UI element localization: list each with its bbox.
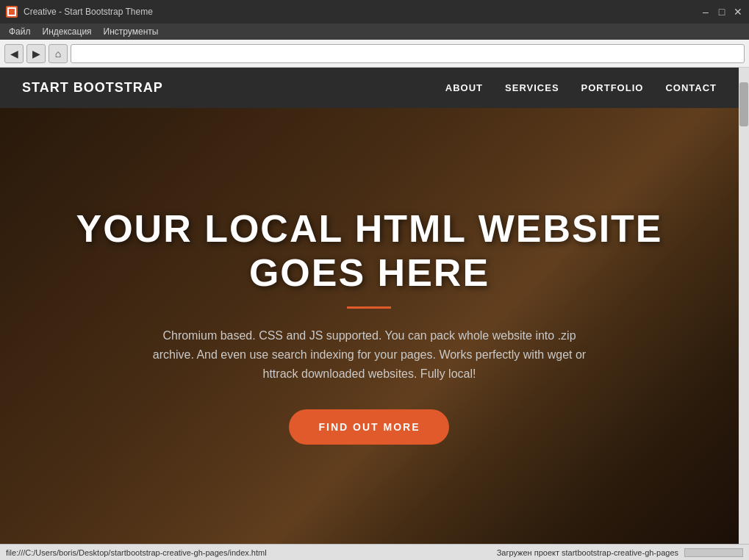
site-brand: START BOOTSTRAP: [22, 80, 445, 96]
hero-divider: [347, 306, 391, 309]
maximize-button[interactable]: □: [717, 7, 727, 17]
hero-section: YOUR LOCAL HTML WEBSITE GOES HERE Chromi…: [0, 108, 739, 544]
scrollbar[interactable]: [739, 68, 749, 544]
menu-tools[interactable]: Инструменты: [98, 25, 165, 38]
site-nav-links: ABOUT SERVICES PORTFOLIO CONTACT: [445, 82, 717, 93]
toolbar: ◀ ▶ ⌂: [0, 40, 749, 68]
forward-button[interactable]: ▶: [26, 44, 46, 63]
menu-file[interactable]: Файл: [3, 25, 37, 38]
status-url: file:///C:/Users/boris/Desktop/startboot…: [6, 548, 497, 557]
back-button[interactable]: ◀: [4, 44, 24, 63]
nav-portfolio[interactable]: PORTFOLIO: [581, 82, 644, 93]
status-bar: file:///C:/Users/boris/Desktop/startboot…: [0, 544, 749, 560]
menu-indexing[interactable]: Индексация: [37, 25, 98, 38]
window-titlebar: Creative - Start Bootstrap Theme – □ ✕: [0, 0, 749, 24]
status-progress-bar: [684, 548, 743, 557]
nav-services[interactable]: SERVICES: [505, 82, 559, 93]
home-button[interactable]: ⌂: [49, 44, 68, 63]
site-navbar: START BOOTSTRAP ABOUT SERVICES PORTFOLIO…: [0, 68, 739, 108]
window-title: Creative - Start Bootstrap Theme: [24, 7, 700, 17]
window-controls: – □ ✕: [700, 7, 743, 17]
address-bar[interactable]: [71, 44, 745, 63]
close-button[interactable]: ✕: [733, 7, 743, 17]
hero-title-line1: YOUR LOCAL HTML WEBSITE: [76, 207, 662, 250]
cta-button[interactable]: FIND OUT MORE: [289, 409, 449, 445]
browser-icon: [6, 6, 18, 18]
webpage: START BOOTSTRAP ABOUT SERVICES PORTFOLIO…: [0, 68, 739, 544]
hero-subtitle: Chromium based. CSS and JS supported. Yo…: [141, 326, 597, 383]
scrollbar-thumb[interactable]: [739, 82, 748, 126]
hero-title: YOUR LOCAL HTML WEBSITE GOES HERE: [76, 207, 662, 295]
nav-contact[interactable]: CONTACT: [665, 82, 717, 93]
hero-content: YOUR LOCAL HTML WEBSITE GOES HERE Chromi…: [76, 207, 662, 445]
nav-about[interactable]: ABOUT: [445, 82, 483, 93]
hero-title-line2: GOES HERE: [249, 251, 490, 294]
browser-content: START BOOTSTRAP ABOUT SERVICES PORTFOLIO…: [0, 68, 749, 544]
minimize-button[interactable]: –: [700, 7, 711, 17]
menu-bar: Файл Индексация Инструменты: [0, 24, 749, 40]
status-message: Загружен проект startbootstrap-creative-…: [497, 548, 678, 557]
